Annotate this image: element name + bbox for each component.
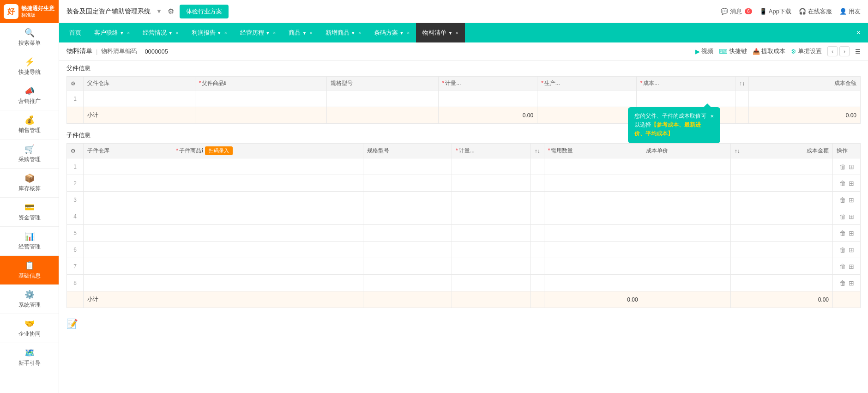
parent-row-1-spec[interactable] bbox=[326, 91, 438, 107]
child-row-1-spec[interactable] bbox=[363, 158, 452, 175]
tooltip-close-btn[interactable]: × bbox=[710, 112, 714, 121]
child-row-7-warehouse[interactable] bbox=[84, 258, 172, 275]
child-row-7-cost-unit[interactable] bbox=[642, 258, 730, 275]
sidebar-item-system[interactable]: ⚙️ 系统管理 bbox=[0, 285, 59, 314]
child-row-2-warehouse[interactable] bbox=[84, 175, 172, 192]
delete-icon-2[interactable]: 🗑 bbox=[839, 180, 846, 187]
child-row-4-unit[interactable] bbox=[452, 208, 531, 225]
child-row-5-warehouse[interactable] bbox=[84, 225, 172, 242]
sidebar-item-basic[interactable]: 📋 基础信息 bbox=[0, 256, 59, 285]
child-row-3-goods[interactable] bbox=[172, 192, 363, 208]
child-row-8-required-qty[interactable] bbox=[544, 275, 642, 291]
tab-customers-close[interactable]: × bbox=[127, 30, 130, 36]
child-row-2-required-qty[interactable] bbox=[544, 175, 642, 192]
child-row-6-spec[interactable] bbox=[363, 242, 452, 258]
child-row-5-goods[interactable] bbox=[172, 225, 363, 242]
child-row-6-unit[interactable] bbox=[452, 242, 531, 258]
sidebar-item-purchase[interactable]: 🛒 采购管理 bbox=[0, 139, 59, 169]
delete-icon-4[interactable]: 🗑 bbox=[839, 213, 846, 220]
tab-bom[interactable]: 物料清单 ▼ × bbox=[416, 23, 464, 42]
sidebar-item-sales[interactable]: 💰 销售管理 bbox=[0, 110, 59, 139]
copy-icon-4[interactable]: ⊞ bbox=[849, 213, 854, 220]
child-row-4-cost-unit[interactable] bbox=[642, 208, 730, 225]
toolbar-extract-cost-btn[interactable]: 📥 提取成本 bbox=[753, 47, 785, 55]
child-row-5-required-qty[interactable] bbox=[544, 225, 642, 242]
child-row-6-warehouse[interactable] bbox=[84, 242, 172, 258]
delete-icon-5[interactable]: 🗑 bbox=[839, 230, 846, 237]
child-row-3-cost-unit[interactable] bbox=[642, 192, 730, 208]
delete-icon-3[interactable]: 🗑 bbox=[839, 196, 846, 204]
tab-new-goods[interactable]: 新增商品 ▼ × bbox=[319, 23, 368, 42]
child-row-3-warehouse[interactable] bbox=[84, 192, 172, 208]
user-item[interactable]: 👤 用友 bbox=[839, 7, 861, 16]
parent-row-1-warehouse[interactable] bbox=[84, 91, 195, 107]
tab-bom-close[interactable]: × bbox=[455, 30, 458, 36]
delete-icon-6[interactable]: 🗑 bbox=[839, 246, 846, 254]
delete-icon-7[interactable]: 🗑 bbox=[839, 263, 846, 270]
child-row-6-goods[interactable] bbox=[172, 242, 363, 258]
parent-row-1-goods[interactable] bbox=[195, 91, 326, 107]
child-row-7-goods[interactable] bbox=[172, 258, 363, 275]
tab-goods[interactable]: 商品 ▼ × bbox=[282, 23, 319, 42]
scan-input-btn[interactable]: 扫码录入 bbox=[205, 146, 233, 155]
child-row-1-goods[interactable] bbox=[172, 158, 363, 175]
child-row-8-cost-unit[interactable] bbox=[642, 275, 730, 291]
child-row-5-unit[interactable] bbox=[452, 225, 531, 242]
child-row-4-required-qty[interactable] bbox=[544, 208, 642, 225]
child-row-1-warehouse[interactable] bbox=[84, 158, 172, 175]
sidebar-item-guide[interactable]: 🗺️ 新手引导 bbox=[0, 343, 59, 372]
child-row-1-required-qty[interactable] bbox=[544, 158, 642, 175]
tab-operations[interactable]: 经营情况 ▼ × bbox=[136, 23, 185, 42]
child-row-1-cost-unit[interactable] bbox=[642, 158, 730, 175]
child-row-2-cost-unit[interactable] bbox=[642, 175, 730, 192]
copy-icon-2[interactable]: ⊞ bbox=[849, 180, 854, 187]
parent-row-1-cost[interactable] bbox=[636, 91, 735, 107]
topbar-settings-icon[interactable]: ⚙ bbox=[168, 7, 174, 16]
child-row-8-warehouse[interactable] bbox=[84, 275, 172, 291]
toolbar-shortcut-btn[interactable]: ⌨ 快捷键 bbox=[719, 47, 747, 55]
delete-icon-1[interactable]: 🗑 bbox=[839, 163, 846, 170]
tab-profit-close[interactable]: × bbox=[224, 30, 227, 36]
tab-history[interactable]: 经营历程 ▼ × bbox=[234, 23, 282, 42]
tab-profit[interactable]: 利润报告 ▼ × bbox=[185, 23, 234, 42]
child-row-8-spec[interactable] bbox=[363, 275, 452, 291]
tab-new-goods-close[interactable]: × bbox=[358, 30, 361, 36]
nav-next[interactable]: › bbox=[839, 46, 850, 56]
copy-icon-7[interactable]: ⊞ bbox=[849, 263, 854, 270]
sidebar-item-enterprise[interactable]: 🤝 企业协同 bbox=[0, 314, 59, 343]
child-row-5-cost-unit[interactable] bbox=[642, 225, 730, 242]
child-row-5-spec[interactable] bbox=[363, 225, 452, 242]
child-row-2-spec[interactable] bbox=[363, 175, 452, 192]
message-item[interactable]: 💬 消息 6 bbox=[721, 7, 752, 16]
copy-icon-1[interactable]: ⊞ bbox=[849, 163, 854, 170]
nav-prev[interactable]: ‹ bbox=[827, 46, 838, 56]
child-row-3-required-qty[interactable] bbox=[544, 192, 642, 208]
tab-history-close[interactable]: × bbox=[273, 30, 276, 36]
sidebar-item-quicknav[interactable]: ⚡ 快捷导航 bbox=[0, 52, 59, 81]
delete-icon-8[interactable]: 🗑 bbox=[839, 279, 846, 287]
copy-icon-5[interactable]: ⊞ bbox=[849, 230, 854, 237]
child-row-3-spec[interactable] bbox=[363, 192, 452, 208]
child-row-7-spec[interactable] bbox=[363, 258, 452, 275]
child-row-8-unit[interactable] bbox=[452, 275, 531, 291]
tab-home[interactable]: 首页 bbox=[63, 23, 88, 42]
topbar-arrow-down[interactable]: ▼ bbox=[156, 8, 162, 15]
child-row-2-goods[interactable] bbox=[172, 175, 363, 192]
child-row-8-goods[interactable] bbox=[172, 275, 363, 291]
sidebar-item-inventory[interactable]: 📦 库存核算 bbox=[0, 169, 59, 198]
child-row-4-spec[interactable] bbox=[363, 208, 452, 225]
toolbar-menu-btn[interactable]: ☰ bbox=[855, 48, 861, 55]
child-row-6-required-qty[interactable] bbox=[544, 242, 642, 258]
child-row-3-unit[interactable] bbox=[452, 192, 531, 208]
child-row-4-warehouse[interactable] bbox=[84, 208, 172, 225]
sidebar-item-marketing[interactable]: 📣 营销推广 bbox=[0, 81, 59, 110]
tab-customers[interactable]: 客户联络 ▼ × bbox=[88, 23, 136, 42]
sidebar-item-search[interactable]: 🔍 搜索菜单 bbox=[0, 23, 59, 52]
nav-global-close[interactable]: × bbox=[853, 29, 864, 37]
child-row-7-required-qty[interactable] bbox=[544, 258, 642, 275]
experience-button[interactable]: 体验行业方案 bbox=[180, 5, 229, 18]
sidebar-item-operations[interactable]: 📊 经营管理 bbox=[0, 227, 59, 256]
tab-goods-close[interactable]: × bbox=[309, 30, 312, 36]
app-download-item[interactable]: 📱 App下载 bbox=[760, 7, 791, 16]
child-row-2-unit[interactable] bbox=[452, 175, 531, 192]
